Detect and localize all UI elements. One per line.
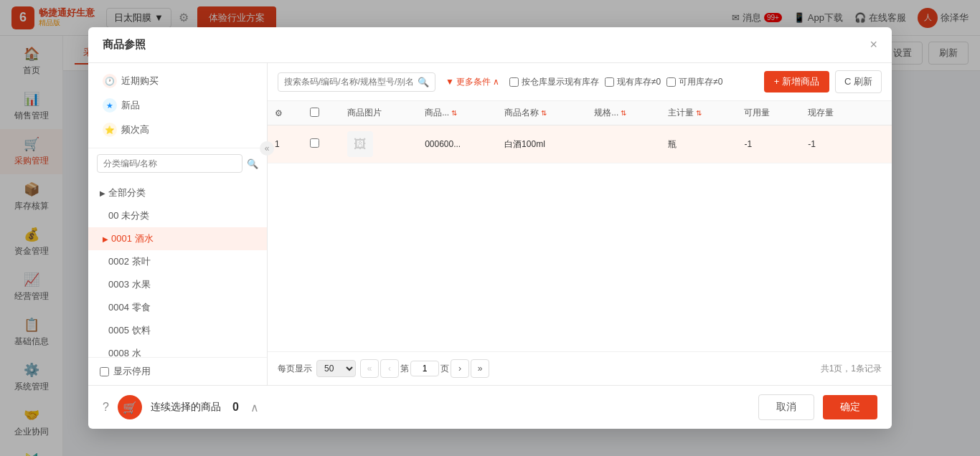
show-disabled-label: 显示停用 bbox=[113, 365, 151, 378]
category-tree: ▶ 全部分类 00 未分类 ▶ 0001 酒水 0002 茶叶 0003 水果 bbox=[88, 179, 267, 357]
th-code[interactable]: 商品... ⇅ bbox=[418, 101, 497, 125]
cart-count: 0 bbox=[232, 401, 239, 414]
th-unit[interactable]: 主计量 ⇅ bbox=[661, 101, 737, 125]
th-unit-label: 主计量 bbox=[668, 107, 694, 119]
cart-icon: 🛒 bbox=[123, 401, 137, 414]
quick-item-freq[interactable]: ⭐ 频次高 bbox=[97, 118, 258, 142]
quick-access: 🕐 近期购买 ★ 新品 ⭐ 频次高 bbox=[88, 63, 267, 148]
checkbox-stock-ne0[interactable] bbox=[605, 77, 614, 87]
new-label: 新品 bbox=[121, 99, 140, 112]
tree-label-6: 0008 水 bbox=[108, 347, 141, 357]
tree-item-0[interactable]: 00 未分类 bbox=[88, 204, 267, 227]
checkbox-by-warehouse[interactable] bbox=[509, 77, 519, 87]
th-check bbox=[303, 101, 340, 125]
sort-icon-unit: ⇅ bbox=[696, 109, 702, 117]
page-label: 第 bbox=[400, 363, 409, 375]
search-icon[interactable]: 🔍 bbox=[418, 77, 429, 87]
tree-item-2[interactable]: 0002 茶叶 bbox=[88, 250, 267, 273]
tree-item-3[interactable]: 0003 水果 bbox=[88, 273, 267, 296]
product-reference-modal: 商品参照 × 🕐 近期购买 ★ 新品 ⭐ 频次高 bbox=[88, 27, 892, 429]
table-head: ⚙ 商品图片 商品... ⇅ bbox=[268, 101, 892, 125]
modal-overlay: 商品参照 × 🕐 近期购买 ★ 新品 ⭐ 频次高 bbox=[0, 0, 980, 456]
cart-label: 连续选择的商品 bbox=[151, 401, 221, 414]
last-page-btn[interactable]: » bbox=[471, 359, 489, 378]
first-page-btn[interactable]: « bbox=[360, 359, 379, 378]
cart-button[interactable]: 🛒 bbox=[118, 395, 142, 419]
prev-page-btn[interactable]: ‹ bbox=[380, 359, 399, 378]
th-code-label: 商品... bbox=[425, 107, 449, 119]
left-panel: 🕐 近期购买 ★ 新品 ⭐ 频次高 « bbox=[88, 63, 268, 385]
th-stock-label: 现存量 bbox=[808, 108, 834, 118]
cell-stock: -1 bbox=[801, 125, 892, 163]
tree-item-1[interactable]: ▶ 0001 酒水 bbox=[88, 227, 267, 250]
product-table: ⚙ 商品图片 商品... ⇅ bbox=[268, 101, 892, 163]
checkbox-stock-ne0-label[interactable]: 现有库存≠0 bbox=[605, 76, 661, 88]
table-row[interactable]: 1 🖼 000600... 白酒100ml 瓶 -1 -1 bbox=[268, 125, 892, 163]
table-header-row: ⚙ 商品图片 商品... ⇅ bbox=[268, 101, 892, 125]
sort-icon-name: ⇅ bbox=[541, 109, 547, 117]
filter-label: 更多条件 bbox=[456, 76, 491, 88]
tree-item-6[interactable]: 0008 水 bbox=[88, 342, 267, 357]
checkbox-avail-ne0[interactable] bbox=[666, 77, 676, 87]
recent-icon: 🕐 bbox=[103, 74, 117, 88]
select-all-checkbox[interactable] bbox=[310, 108, 319, 117]
th-name[interactable]: 商品名称 ⇅ bbox=[497, 101, 587, 125]
th-stock: 现存量 bbox=[801, 101, 892, 125]
tree-item-5[interactable]: 0005 饮料 bbox=[88, 319, 267, 342]
category-search-icon[interactable]: 🔍 bbox=[247, 158, 258, 169]
show-disabled-checkbox[interactable] bbox=[100, 367, 109, 376]
th-img: 商品图片 bbox=[340, 101, 418, 125]
tree-label-4: 0004 零食 bbox=[108, 301, 151, 314]
modal-title: 商品参照 bbox=[103, 38, 146, 52]
product-search-input[interactable] bbox=[284, 77, 415, 87]
checkbox-stock-ne0-text: 现有库存≠0 bbox=[617, 76, 661, 88]
confirm-btn[interactable]: 确定 bbox=[823, 395, 877, 419]
cell-code: 000600... bbox=[418, 125, 497, 163]
collapse-panel-button[interactable]: « bbox=[260, 141, 274, 156]
th-spec[interactable]: 规格... ⇅ bbox=[587, 101, 661, 125]
checkbox-by-warehouse-label[interactable]: 按仓库显示现有库存 bbox=[509, 76, 599, 88]
page-input[interactable] bbox=[410, 361, 439, 376]
tree-item-all[interactable]: ▶ 全部分类 bbox=[88, 181, 267, 204]
cell-name: 白酒100ml bbox=[497, 125, 587, 163]
modal-footer: ? 🛒 连续选择的商品 0 ∧ 取消 确定 bbox=[88, 385, 892, 429]
per-page-label: 每页显示 bbox=[278, 363, 312, 375]
per-page-select[interactable]: 50 10 20 100 bbox=[316, 360, 356, 377]
pagination: 每页显示 50 10 20 100 « ‹ 第 页 › » bbox=[268, 351, 892, 385]
modal-header: 商品参照 × bbox=[88, 27, 892, 63]
recent-label: 近期购买 bbox=[121, 75, 159, 87]
cell-unit: 瓶 bbox=[661, 125, 737, 163]
quick-item-recent[interactable]: 🕐 近期购买 bbox=[97, 69, 258, 93]
toolbar: 🔍 ▼ 更多条件 ∧ 按仓库显示现有库存 现有库存≠0 bbox=[268, 63, 892, 101]
row-checkbox[interactable] bbox=[310, 138, 319, 148]
quick-item-new[interactable]: ★ 新品 bbox=[97, 93, 258, 118]
modal-close-button[interactable]: × bbox=[870, 37, 877, 52]
checkbox-avail-ne0-label[interactable]: 可用库存≠0 bbox=[666, 76, 722, 88]
th-avail-label: 可用量 bbox=[744, 108, 770, 118]
tree-arrow-all: ▶ bbox=[100, 189, 105, 197]
tree-arrow-1: ▶ bbox=[103, 235, 108, 243]
th-spec-label: 规格... bbox=[594, 107, 618, 119]
refresh-table-btn[interactable]: C 刷新 bbox=[835, 70, 882, 93]
add-product-btn[interactable]: + 新增商品 bbox=[764, 71, 829, 92]
cancel-btn[interactable]: 取消 bbox=[758, 394, 814, 420]
th-settings[interactable]: ⚙ bbox=[268, 101, 303, 125]
help-icon[interactable]: ? bbox=[103, 401, 109, 414]
category-search-input[interactable] bbox=[97, 154, 242, 173]
right-panel: 🔍 ▼ 更多条件 ∧ 按仓库显示现有库存 现有库存≠0 bbox=[268, 63, 892, 385]
modal-body: 🕐 近期购买 ★ 新品 ⭐ 频次高 « bbox=[88, 63, 892, 385]
filter-btn[interactable]: ▼ 更多条件 ∧ bbox=[441, 73, 504, 91]
filter-icon: ▼ bbox=[446, 77, 454, 87]
cell-img: 🖼 bbox=[340, 125, 418, 163]
next-page-btn[interactable]: › bbox=[451, 359, 469, 378]
collapse-cart-icon[interactable]: ∧ bbox=[250, 401, 259, 414]
filter-caret: ∧ bbox=[493, 77, 499, 87]
tree-item-4[interactable]: 0004 零食 bbox=[88, 296, 267, 319]
tree-label-1: 0001 酒水 bbox=[111, 232, 154, 245]
product-thumbnail: 🖼 bbox=[347, 131, 373, 157]
product-search-box: 🔍 bbox=[278, 72, 435, 92]
sort-icon-code: ⇅ bbox=[451, 109, 457, 117]
cell-check bbox=[303, 125, 340, 163]
page-nav: « ‹ 第 页 › » bbox=[360, 359, 489, 378]
tree-label-0: 00 未分类 bbox=[108, 209, 149, 222]
